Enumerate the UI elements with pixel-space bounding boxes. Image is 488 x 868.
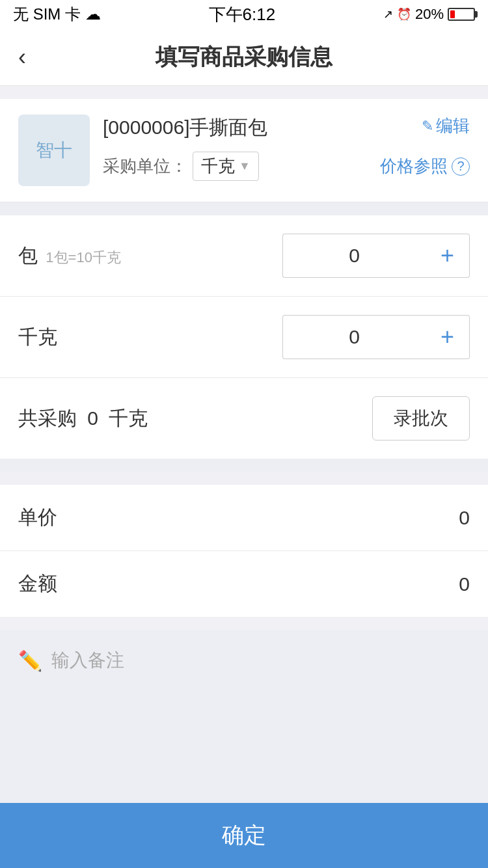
confirm-bar[interactable]: 确定 [0, 803, 488, 868]
unit-value: 千克 [201, 155, 235, 178]
summary-text: 共采购 0 千克 [18, 405, 148, 432]
section-divider-2 [0, 459, 488, 472]
help-icon: ? [452, 157, 470, 176]
edit-icon: ✎ [422, 118, 433, 135]
notes-placeholder: 输入备注 [51, 648, 124, 673]
summary-unit: 千克 [109, 407, 148, 429]
price-section: 单价 0 金额 0 [0, 485, 488, 617]
summary-label: 共采购 [18, 407, 77, 429]
pack-input[interactable] [282, 234, 426, 278]
pencil-icon: ✏️ [18, 649, 42, 672]
product-card: 智十 [0000006]手撕面包 ✎ 编辑 采购单位： 千克 ▼ 价格参照 ? [0, 99, 488, 202]
section-divider-1 [0, 202, 488, 215]
battery-icon [448, 8, 475, 21]
product-name: [0000006]手撕面包 [103, 115, 267, 141]
kg-input-row: 千克 + [0, 297, 488, 378]
edit-button[interactable]: ✎ 编辑 [422, 115, 470, 137]
kg-input-right: + [133, 315, 470, 359]
input-section: 包 1包=10千克 + 千克 + [0, 215, 488, 378]
unit-price-row: 单价 0 [0, 485, 488, 551]
product-logo-text: 智十 [36, 138, 72, 163]
nav-bar: ‹ 填写商品采购信息 [0, 29, 488, 86]
kg-label: 千克 [18, 324, 122, 351]
price-reference-button[interactable]: 价格参照 ? [380, 155, 470, 178]
amount-row: 金额 0 [0, 551, 488, 617]
pack-plus-button[interactable]: + [426, 234, 470, 278]
unit-price-value: 0 [459, 507, 470, 529]
unit-label: 采购单位： [103, 155, 187, 178]
battery-percent: 20% [415, 6, 444, 23]
pack-label: 包 1包=10千克 [18, 243, 122, 269]
status-bar: 无 SIM 卡 ☁ 下午6:12 ↗ ⏰ 20% [0, 0, 488, 29]
unit-price-label: 单价 [18, 504, 57, 531]
confirm-button-label: 确定 [222, 821, 266, 850]
summary-amount: 0 [87, 407, 98, 429]
kg-plus-button[interactable]: + [426, 315, 470, 359]
edit-label: 编辑 [436, 115, 470, 137]
product-unit-row: 采购单位： 千克 ▼ 价格参照 ? [103, 152, 470, 181]
summary-row: 共采购 0 千克 录批次 [0, 378, 488, 459]
product-header: [0000006]手撕面包 ✎ 编辑 [103, 115, 470, 141]
pack-input-row: 包 1包=10千克 + [0, 215, 488, 297]
amount-label: 金额 [18, 571, 57, 597]
status-time: 下午6:12 [209, 3, 276, 26]
status-right: ↗ ⏰ 20% [383, 6, 475, 23]
page-title: 填写商品采购信息 [156, 42, 332, 72]
product-info: [0000006]手撕面包 ✎ 编辑 采购单位： 千克 ▼ 价格参照 ? [103, 115, 470, 181]
back-button[interactable]: ‹ [18, 44, 26, 71]
price-ref-label: 价格参照 [380, 155, 448, 178]
amount-value: 0 [459, 573, 470, 595]
alarm-icon: ⏰ [397, 7, 411, 21]
pack-input-right: + [133, 234, 470, 278]
chevron-down-icon: ▼ [239, 159, 251, 173]
unit-select[interactable]: 千克 ▼ [193, 152, 259, 181]
batch-button[interactable]: 录批次 [372, 396, 470, 441]
sim-status: 无 SIM 卡 ☁ [13, 4, 101, 25]
location-icon: ↗ [383, 7, 393, 21]
notes-section[interactable]: ✏️ 输入备注 [0, 630, 488, 691]
pack-hint: 1包=10千克 [46, 249, 121, 265]
kg-input[interactable] [282, 315, 426, 359]
status-left: 无 SIM 卡 ☁ [13, 4, 101, 25]
product-thumbnail: 智十 [18, 115, 90, 186]
